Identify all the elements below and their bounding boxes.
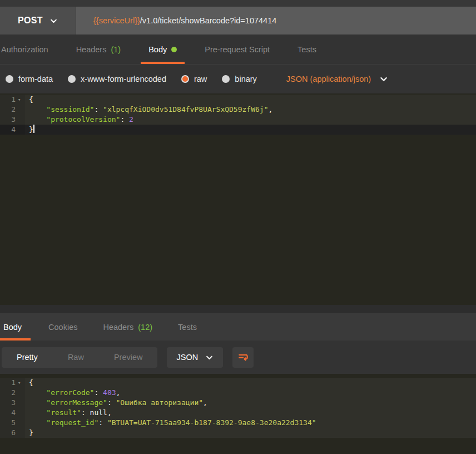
code-token: "protocolVersion": [46, 115, 120, 124]
code-token: }: [29, 428, 33, 437]
view-mode-switcher: Pretty Raw Preview: [2, 347, 157, 368]
code-text: "request_id": "BTUAT=UAT-715aa934-b187-8…: [25, 418, 316, 428]
code-text: {: [25, 378, 33, 388]
code-token: ,: [107, 408, 112, 417]
code-line[interactable]: 1▾{: [0, 95, 476, 105]
url-path: /v1.0/ticket/showBarcode?id=1074414: [140, 16, 276, 25]
word-wrap-icon: [237, 352, 249, 363]
code-line[interactable]: 4▾}: [0, 125, 476, 135]
radio-form-data[interactable]: form-data: [6, 75, 53, 83]
response-tabs: Body Cookies Headers (12) Tests: [0, 313, 476, 340]
code-token: [29, 408, 46, 417]
chevron-down-icon: [205, 353, 214, 362]
headers-count-badge: (1): [111, 45, 121, 54]
response-format-select[interactable]: JSON: [167, 347, 223, 368]
code-token: [29, 398, 46, 407]
tab-tests[interactable]: Tests: [290, 34, 324, 64]
chevron-down-icon: [379, 75, 388, 83]
code-line[interactable]: 3▾ "errorMessage": "Ошибка авторизации",: [0, 398, 476, 408]
code-line[interactable]: 6▾}: [0, 428, 476, 438]
code-line[interactable]: 5▾ "request_id": "BTUAT=UAT-715aa934-b18…: [0, 418, 476, 428]
line-number[interactable]: 6▾: [0, 428, 25, 438]
fold-caret-icon[interactable]: ▾: [18, 95, 22, 105]
line-number[interactable]: 4▾: [0, 125, 25, 135]
text-cursor: [33, 125, 34, 133]
code-token: ,: [203, 398, 207, 407]
code-text: }: [25, 125, 34, 135]
content-type-select[interactable]: JSON (application/json): [286, 75, 388, 83]
code-text: "sessionId": "xlpcqfXiOD0dv51D84fvP8UArS…: [25, 105, 272, 115]
line-number[interactable]: 2▾: [0, 105, 25, 115]
code-text: "errorCode": 403,: [25, 388, 120, 398]
code-token: ,: [268, 105, 272, 114]
line-number[interactable]: 2▾: [0, 388, 25, 398]
fold-caret-icon[interactable]: ▾: [18, 378, 22, 388]
code-token: :: [98, 418, 107, 427]
pretty-button[interactable]: Pretty: [2, 353, 53, 362]
code-token: 403: [103, 388, 116, 397]
code-line[interactable]: 4▾ "result": null,: [0, 408, 476, 418]
code-token: }: [29, 125, 33, 134]
request-body-editor[interactable]: 1▾{2▾ "sessionId": "xlpcqfXiOD0dv51D84fv…: [0, 93, 476, 305]
response-body-editor[interactable]: 1▾{2▾ "errorCode": 403,3▾ "errorMessage"…: [0, 374, 476, 454]
line-number-text: 1: [11, 378, 16, 388]
radio-circle-icon: [6, 75, 13, 83]
code-token: :: [94, 105, 103, 114]
body-type-row: form-data x-www-form-urlencoded raw bina…: [0, 64, 476, 93]
line-number-text: 4: [11, 125, 16, 135]
line-number-text: 3: [11, 398, 16, 408]
code-token: "errorMessage": [46, 398, 107, 407]
code-text: "errorMessage": "Ошибка авторизации",: [25, 398, 207, 408]
radio-x-www-form-urlencoded[interactable]: x-www-form-urlencoded: [68, 75, 166, 83]
section-divider: [0, 305, 476, 313]
url-variable: {{serviceUrl}}: [93, 16, 140, 25]
response-tab-cookies[interactable]: Cookies: [41, 313, 85, 340]
line-number-text: 6: [11, 428, 16, 438]
code-token: null: [90, 408, 107, 417]
wrap-text-button[interactable]: [232, 347, 254, 368]
method-select[interactable]: POST: [0, 7, 76, 34]
code-token: :: [94, 388, 103, 397]
radio-binary[interactable]: binary: [222, 75, 257, 83]
code-line[interactable]: 2▾ "errorCode": 403,: [0, 388, 476, 398]
code-text: {: [25, 95, 33, 105]
response-tab-tests[interactable]: Tests: [170, 313, 205, 340]
line-number[interactable]: 3▾: [0, 115, 25, 125]
tab-body[interactable]: Body: [141, 34, 185, 64]
top-strip: [0, 0, 476, 7]
line-number[interactable]: 1▾: [0, 378, 25, 388]
response-tab-headers[interactable]: Headers (12): [95, 313, 160, 340]
line-number[interactable]: 5▾: [0, 418, 25, 428]
code-token: "sessionId": [46, 105, 94, 114]
radio-raw[interactable]: raw: [181, 75, 207, 83]
code-line[interactable]: 3▾ "protocolVersion": 2: [0, 115, 476, 125]
method-label: POST: [18, 16, 43, 26]
code-token: [29, 105, 46, 114]
code-line[interactable]: 1▾{: [0, 378, 476, 388]
code-token: :: [81, 408, 90, 417]
response-tab-body[interactable]: Body: [0, 313, 31, 340]
code-token: ,: [116, 388, 121, 397]
line-number-text: 1: [11, 95, 16, 105]
tab-headers[interactable]: Headers (1): [68, 34, 129, 64]
body-modified-dot: [171, 47, 177, 52]
tab-pre-request-script[interactable]: Pre-request Script: [197, 34, 277, 64]
tab-authorization[interactable]: Authorization: [0, 34, 56, 64]
line-number-text: 5: [11, 418, 16, 428]
preview-button[interactable]: Preview: [99, 353, 158, 362]
code-line[interactable]: 2▾ "sessionId": "xlpcqfXiOD0dv51D84fvP8U…: [0, 105, 476, 115]
code-token: :: [120, 115, 129, 124]
line-number[interactable]: 4▾: [0, 408, 25, 418]
request-tabs: Authorization Headers (1) Body Pre-reque…: [0, 34, 476, 64]
code-token: "request_id": [46, 418, 98, 427]
line-number[interactable]: 3▾: [0, 398, 25, 408]
line-number-text: 4: [11, 408, 16, 418]
code-token: [29, 388, 46, 397]
url-input[interactable]: {{serviceUrl}}/v1.0/ticket/showBarcode?i…: [76, 7, 476, 34]
line-number-text: 2: [11, 388, 16, 398]
line-number-text: 3: [11, 115, 16, 125]
code-token: "xlpcqfXiOD0dv51D84fvP8UArSxQD59zfW6j": [103, 105, 268, 114]
raw-button[interactable]: Raw: [53, 353, 99, 362]
code-token: "Ошибка авторизации": [116, 398, 204, 407]
line-number[interactable]: 1▾: [0, 95, 25, 105]
